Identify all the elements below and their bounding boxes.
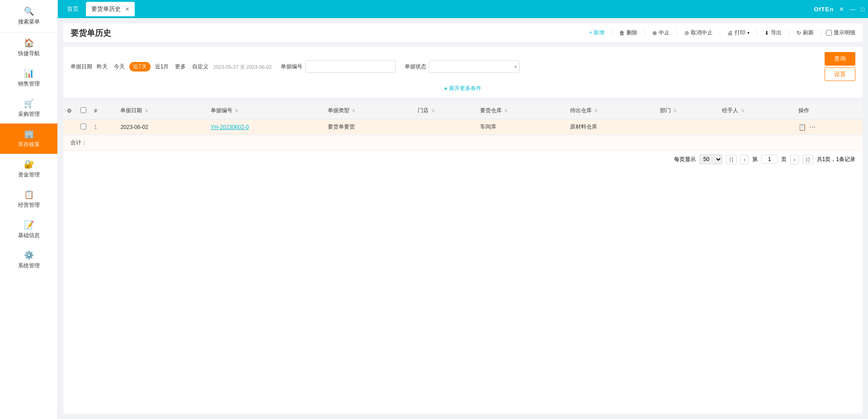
print-icon: 🖨 (727, 30, 733, 36)
sidebar-item-sales[interactable]: 📊 销售管理 (0, 63, 57, 93)
cancel-suspend-icon: ⊘ (684, 30, 689, 36)
col-date[interactable]: 单据日期 ⇅ (117, 102, 207, 119)
suspend-label: 中止 (659, 29, 670, 37)
suspend-icon: ⊗ (652, 30, 657, 36)
row-select-checkbox[interactable] (80, 124, 86, 129)
row-req-warehouse: 车间库 (476, 119, 566, 135)
doc-no-input[interactable] (305, 60, 396, 73)
sort-pending-warehouse-icon: ⇅ (594, 108, 598, 113)
tab-home[interactable]: 首页 (61, 2, 84, 16)
col-index: # (90, 102, 117, 119)
row-index: 1 (90, 119, 117, 135)
shortcut-custom[interactable]: 自定义 (190, 62, 210, 71)
next-page-btn[interactable]: › (790, 155, 798, 164)
status-select-wrapper: ▾ (429, 60, 519, 73)
page-size-select[interactable]: 50 10 20 100 (699, 154, 722, 164)
topbar: 首页 要货单历史 ✕ OfTEn ✕ — □ (58, 0, 868, 18)
operations-icon: 📋 (24, 190, 34, 200)
sidebar-item-system[interactable]: ⚙️ 系统管理 (0, 245, 57, 275)
date-shortcuts: 昨天 今天 近7天 近1月 更多 自定义 (95, 62, 210, 71)
sidebar-item-inventory[interactable]: 🏢 库存核算 (0, 124, 57, 154)
sidebar-item-quick-nav[interactable]: 🏠 快捷导航 (0, 33, 57, 63)
col-doc-no-label: 单据编号 (211, 107, 232, 114)
print-button[interactable]: 🖨 打印 ▾ (725, 27, 752, 38)
display-detail-toggle[interactable]: 显示明细 (826, 29, 855, 37)
shortcut-yesterday[interactable]: 昨天 (95, 62, 109, 71)
window-maximize-btn[interactable]: □ (861, 6, 864, 13)
expand-more-btn[interactable]: ▾ 展开更多条件 (71, 85, 855, 92)
toolbar: + 新增 🗑 删除 ⊗ 中止 ⊘ 取消中止 🖨 (586, 27, 855, 38)
status-filter: 单据状态 ▾ (405, 60, 519, 73)
col-req-warehouse[interactable]: 要货仓库 ⇅ (476, 102, 566, 119)
shortcut-today[interactable]: 今天 (112, 62, 127, 71)
sidebar-item-label: 资金管理 (18, 171, 40, 179)
prev-page-btn[interactable]: ‹ (741, 155, 749, 164)
col-pending-warehouse[interactable]: 待出仓库 ⇅ (566, 102, 656, 119)
page-label: 第 (752, 156, 758, 163)
shortcut-week[interactable]: 近7天 (129, 62, 151, 71)
row-pending-warehouse: 原材料仓库 (566, 119, 656, 135)
sidebar-item-basic[interactable]: 📝 基础信息 (0, 214, 57, 245)
purchase-icon: 🛒 (24, 99, 34, 109)
display-detail-checkbox[interactable] (826, 30, 832, 36)
content-area: 要货单历史 + 新增 🗑 删除 ⊗ 中止 ⊘ 取消中止 (58, 18, 868, 419)
export-label: 导出 (771, 29, 782, 37)
inventory-icon: 🏢 (24, 129, 34, 139)
delete-icon: 🗑 (619, 30, 625, 36)
sidebar-item-operations[interactable]: 📋 经营管理 (0, 184, 57, 214)
first-page-btn[interactable]: ⟨⟨ (726, 155, 737, 164)
sidebar-item-finance[interactable]: 🔐 资金管理 (0, 154, 57, 184)
col-operation: 操作 (795, 102, 863, 119)
col-dept[interactable]: 部门 ⇅ (656, 102, 718, 119)
tab-close-icon[interactable]: ✕ (125, 6, 129, 12)
table-body: 1 2023-06-02 YH-20230602-0 要货单要货 车间库 原材料… (63, 119, 863, 135)
shortcut-more[interactable]: 更多 (173, 62, 188, 71)
window-minimize-btn[interactable]: — (849, 6, 855, 13)
status-label: 单据状态 (405, 63, 426, 71)
col-doc-type[interactable]: 单据类型 ⇅ (324, 102, 414, 119)
col-store[interactable]: 门店 ⇅ (414, 102, 476, 119)
col-operation-label: 操作 (798, 107, 809, 114)
display-detail-label: 显示明细 (834, 29, 855, 37)
export-button[interactable]: ⬇ 导出 (762, 27, 784, 38)
refresh-button[interactable]: ↻ 刷新 (794, 27, 816, 38)
row-handler (718, 119, 794, 135)
col-checkbox (77, 102, 90, 119)
status-select[interactable] (429, 60, 519, 73)
shortcut-month[interactable]: 近1月 (153, 62, 171, 71)
divider-7 (821, 29, 821, 37)
query-button[interactable]: 查询 (825, 52, 855, 66)
sidebar-item-label: 快捷导航 (18, 50, 40, 57)
sidebar-search[interactable]: 🔍 搜索菜单 (0, 0, 57, 33)
col-settings[interactable]: ⚙ (63, 102, 77, 119)
delete-button[interactable]: 🗑 删除 (617, 27, 640, 38)
col-pending-warehouse-label: 待出仓库 (570, 107, 592, 114)
setting-button[interactable]: 设置 (825, 67, 855, 81)
col-handler[interactable]: 经手人 ⇅ (718, 102, 794, 119)
window-close-btn[interactable]: ✕ (839, 6, 844, 13)
row-doc-no: YH-20230602-0 (207, 119, 324, 135)
divider-3 (677, 29, 677, 37)
select-all-checkbox[interactable] (80, 107, 86, 113)
row-view-btn[interactable]: 📋 (798, 124, 806, 131)
col-doc-no[interactable]: 单据编号 ⇅ (207, 102, 324, 119)
add-button[interactable]: + 新增 (586, 27, 607, 38)
page-input[interactable] (761, 155, 778, 164)
cancel-suspend-button[interactable]: ⊘ 取消中止 (682, 27, 715, 38)
sidebar-item-label: 经营管理 (18, 201, 40, 209)
expand-label: 展开更多条件 (449, 85, 481, 92)
row-more-btn[interactable]: ⋯ (809, 124, 816, 131)
tab-requisition-history[interactable]: 要货单历史 ✕ (86, 2, 135, 16)
filter-row-1: 单据日期 昨天 今天 近7天 近1月 更多 自定义 2023-05-27 至 2… (71, 52, 855, 81)
pagination: 每页显示 50 10 20 100 ⟨⟨ ‹ 第 页 › ⟩⟩ 共1页，1条记录 (63, 150, 863, 168)
last-page-btn[interactable]: ⟩⟩ (802, 155, 813, 164)
sort-doc-type-icon: ⇅ (352, 108, 355, 113)
main-area: 首页 要货单历史 ✕ OfTEn ✕ — □ 要货单历史 + 新增 🗑 删除 (58, 0, 868, 419)
divider-5 (757, 29, 757, 37)
doc-no-link[interactable]: YH-20230602-0 (211, 124, 249, 130)
home-icon: 🏠 (24, 38, 34, 48)
col-req-warehouse-label: 要货仓库 (480, 107, 502, 114)
date-filter-label: 单据日期 (71, 63, 92, 71)
suspend-button[interactable]: ⊗ 中止 (650, 27, 672, 38)
sidebar-item-purchase[interactable]: 🛒 采购管理 (0, 93, 57, 124)
